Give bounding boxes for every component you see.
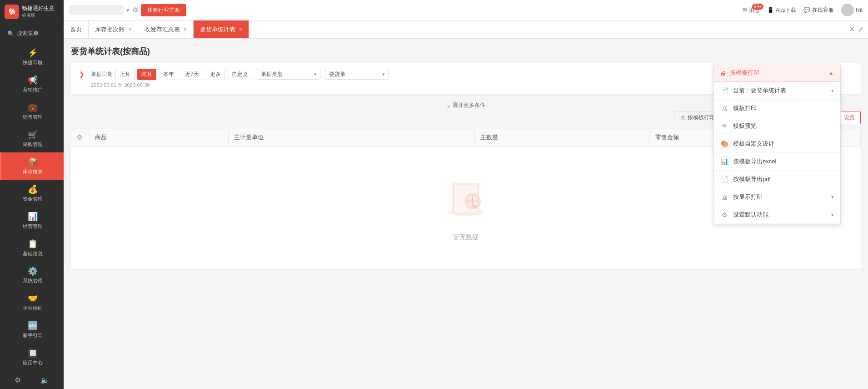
service-icon: 💬 <box>803 7 810 13</box>
main-content-area: ▾ ⚙ 体验行业方案 ✉ 消息 99+ 📱 App下载 💬 在线客服 Rit <box>64 0 868 389</box>
dropdown-expand-item-display-print[interactable]: 🖨 按显示打印 ▾ <box>714 188 840 206</box>
topbar-arrow-icon[interactable]: ▾ <box>126 7 130 14</box>
date-btn-近7天[interactable]: 近7天 <box>181 69 203 80</box>
order-info-filter-group: 要货单 <box>325 69 389 80</box>
date-btn-上月[interactable]: 上月 <box>115 69 135 80</box>
empty-illustration <box>439 174 493 228</box>
dropdown-item-label-template-preview: 模板预览 <box>733 122 757 130</box>
sidebar-item-sales[interactable]: 💼 销售管理 <box>0 98 64 125</box>
sidebar-label-collab: 企业协同 <box>23 305 43 312</box>
sidebar-item-collab[interactable]: 🤝 企业协同 <box>0 289 64 316</box>
sidebar-item-basic[interactable]: 📋 基础信息 <box>0 234 64 262</box>
sidebar-icon-sales: 💼 <box>28 102 38 112</box>
dropdown-print-icon: 🖨 <box>720 70 726 76</box>
dropdown-items: 🖨 模板打印 👁 模板预览 🎨 模板自定义设计 📊 按模板导出excel 📄 按… <box>714 100 840 188</box>
sidebar-icon-collab: 🤝 <box>28 293 38 303</box>
app-icon: 📱 <box>767 7 774 13</box>
speaker-icon[interactable]: 🔈 <box>40 376 50 384</box>
sidebar-item-marketing[interactable]: 📢 营销推广 <box>0 71 64 98</box>
date-btn-更多[interactable]: 更多 <box>206 69 225 80</box>
message-badge: 99+ <box>752 4 763 10</box>
message-button[interactable]: ✉ 消息 99+ <box>743 6 760 14</box>
col-header-unit: 主计量单位 <box>229 129 475 147</box>
date-btn-本年[interactable]: 本年 <box>159 69 178 80</box>
tab-close-order-stats[interactable]: × <box>239 26 242 33</box>
dropdown-item-template-preview[interactable]: 👁 模板预览 <box>714 117 840 135</box>
tab-close-inventory-batch[interactable]: × <box>128 26 131 33</box>
sidebar-label-marketing: 营销推广 <box>23 86 43 93</box>
sidebar-icon-quick-nav: ⚡ <box>28 48 38 58</box>
tab-order-stats[interactable]: 要货单统计表× <box>194 20 249 38</box>
sidebar-icon-marketing: 📢 <box>28 75 38 85</box>
sidebar-label-inventory: 库存核算 <box>23 168 43 175</box>
sidebar-item-operation[interactable]: 📊 经营管理 <box>0 207 64 234</box>
order-type-select[interactable]: 单据类型 <box>257 69 320 80</box>
page-title: 要货单统计表(按商品) <box>71 46 861 57</box>
service-label: 在线客服 <box>812 6 834 14</box>
current-template-label: 当前：要货单统计表 <box>733 86 786 95</box>
tab-label-inventory-batch: 库存批次账 <box>95 25 125 34</box>
svg-point-7 <box>473 205 477 208</box>
settings-button[interactable]: 设置 <box>838 111 861 124</box>
sidebar-item-inventory[interactable]: 📦 库存核算 <box>0 152 64 180</box>
date-range-text: 2023-06-01 至 2023-06-30 <box>91 82 252 89</box>
app-download-button[interactable]: 📱 App下载 <box>767 6 796 14</box>
date-buttons-row: 单据日期 上月本月本年近7天更多自定义 <box>91 69 252 80</box>
sidebar-item-purchase[interactable]: 🛒 采购管理 <box>0 125 64 152</box>
sidebar-item-system[interactable]: ⚙️ 系统管理 <box>0 262 64 289</box>
sidebar-label-system: 系统管理 <box>23 278 43 284</box>
dropdown-header-left: 🖨 按模板打印 <box>720 69 759 77</box>
table-settings-icon[interactable]: ⚙ <box>76 133 82 141</box>
settings-icon[interactable]: ⚙ <box>15 376 21 384</box>
topbar-search-input[interactable] <box>69 5 124 15</box>
sidebar-item-quick-nav[interactable]: ⚡ 快捷导航 <box>0 43 64 71</box>
tab-inventory-batch[interactable]: 库存批次账× <box>89 20 138 38</box>
expand-tabs-button[interactable]: ⤢ <box>858 25 863 34</box>
dropdown-item-label-template-pdf: 按模板导出pdf <box>733 175 771 183</box>
sidebar-label-sales: 销售管理 <box>23 114 43 121</box>
logo-icon: 畅 <box>5 5 19 19</box>
dropdown-item-template-print[interactable]: 🖨 模板打印 <box>714 100 840 117</box>
dropdown-item-template-design[interactable]: 🎨 模板自定义设计 <box>714 135 840 153</box>
tab-receivable-summary[interactable]: 收发存汇总表× <box>138 20 194 38</box>
dropdown-item-template-excel[interactable]: 📊 按模板导出excel <box>714 153 840 171</box>
tab-home[interactable]: 首页 <box>64 20 89 38</box>
sidebar-label-basic: 基础信息 <box>23 250 43 257</box>
tab-close-receivable-summary[interactable]: × <box>184 26 187 33</box>
dropdown-item-icon-template-design: 🎨 <box>720 140 728 147</box>
sidebar-item-apps[interactable]: 🔲 应用中心 <box>0 344 64 371</box>
date-btn-本月[interactable]: 本月 <box>137 69 156 80</box>
dropdown-item-label-template-excel: 按模板导出excel <box>733 157 776 166</box>
expand-item-left-display-print: 🖨 按显示打印 <box>720 193 763 201</box>
sidebar-label-purchase: 采购管理 <box>23 141 43 148</box>
col-header-quantity: 主数量 <box>475 129 650 147</box>
close-all-tabs-button[interactable]: ✕ <box>849 25 855 34</box>
order-info-select[interactable]: 要货单 <box>325 69 389 80</box>
avatar-image <box>841 4 854 16</box>
col-header-gear[interactable]: ⚙ <box>71 129 89 147</box>
print-label: 按模板打印 <box>688 114 715 121</box>
expand-item-left-default-func: ⚙ 设置默认功能 <box>720 211 768 219</box>
app-download-label: App下载 <box>776 6 796 14</box>
dropdown-item-icon-template-preview: 👁 <box>720 122 728 130</box>
user-avatar[interactable]: Rit <box>841 4 863 16</box>
sidebar-item-guide[interactable]: 🆕 新手引导 <box>0 316 64 344</box>
filter-expand-button[interactable]: ❯ <box>77 69 86 80</box>
expand-more-button[interactable]: ⌄ 展开更多条件 <box>446 101 485 109</box>
dropdown-item-template-pdf[interactable]: 📄 按模板导出pdf <box>714 171 840 188</box>
date-btn-自定义[interactable]: 自定义 <box>228 69 252 80</box>
app-logo: 畅 畅捷通好生意 标准版 <box>0 0 64 24</box>
print-dropdown-panel: 🖨 按模板打印 ▲ 📄 当前：要货单统计表 ▾ 🖨 模板打印 👁 模板预览 🎨 … <box>713 64 841 224</box>
expand-item-label-default-func: 设置默认功能 <box>733 211 768 219</box>
dropdown-current-item[interactable]: 📄 当前：要货单统计表 ▾ <box>714 82 840 100</box>
dropdown-expand-item-default-func[interactable]: ⚙ 设置默认功能 ▾ <box>714 206 840 224</box>
search-menu-button[interactable]: 🔍 搜索菜单 <box>5 28 59 39</box>
topbar-gear-icon[interactable]: ⚙ <box>132 6 138 14</box>
date-filter-group: 单据日期 上月本月本年近7天更多自定义 2023-06-01 至 2023-06… <box>91 69 252 89</box>
online-service-button[interactable]: 💬 在线客服 <box>803 6 834 14</box>
trial-button[interactable]: 体验行业方案 <box>141 4 186 16</box>
col-header-product: 商品 <box>89 129 229 147</box>
sidebar-item-finance[interactable]: 💰 资金管理 <box>0 180 64 207</box>
dropdown-close-button[interactable]: ▲ <box>828 70 834 76</box>
sidebar-label-quick-nav: 快捷导航 <box>23 59 43 66</box>
